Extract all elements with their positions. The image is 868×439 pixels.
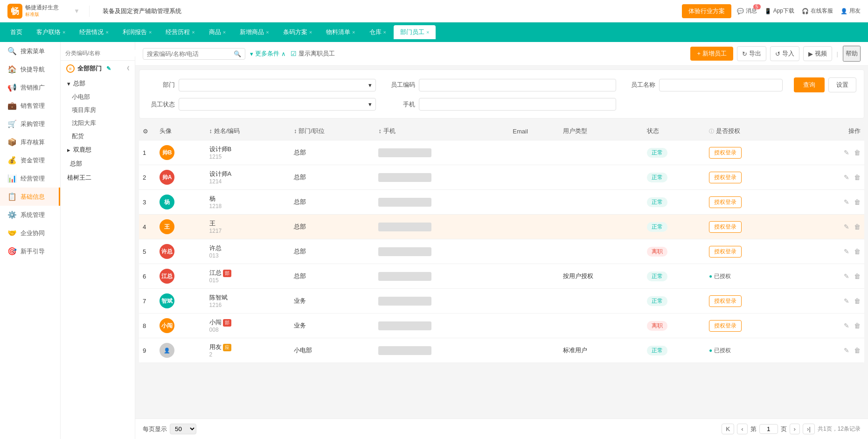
auth-btn-7[interactable]: 授权登录 <box>709 320 742 332</box>
query-button[interactable]: 查询 <box>794 77 825 92</box>
dept-group-zongbu[interactable]: ▾ 总部 <box>61 77 135 91</box>
export-button[interactable]: ↻ 导出 <box>737 46 766 61</box>
auth-btn-6[interactable]: 授权登录 <box>709 295 742 307</box>
edit-btn-0[interactable]: ✎ <box>844 149 849 156</box>
nav-tab-客户联络[interactable]: 客户联络× <box>30 25 72 39</box>
auth-btn-1[interactable]: 授权登录 <box>709 172 742 183</box>
import-button[interactable]: ↺ 导入 <box>770 46 799 61</box>
tab-close-icon[interactable]: × <box>223 29 226 35</box>
tab-close-icon[interactable]: × <box>426 29 429 35</box>
search-input[interactable] <box>147 50 231 57</box>
delete-btn-8[interactable]: 🗑 <box>854 347 861 354</box>
th-settings[interactable]: ⚙ <box>139 122 156 140</box>
th-dept[interactable]: ↕ 部门/职位 <box>290 122 375 140</box>
tab-close-icon[interactable]: × <box>105 29 108 35</box>
auth-btn-4[interactable]: 授权登录 <box>709 246 742 258</box>
next-page-btn[interactable]: › <box>790 424 800 434</box>
sidebar-item-inventory[interactable]: 📦库存核算 <box>0 133 60 151</box>
edit-btn-1[interactable]: ✎ <box>844 174 849 181</box>
dept-title-shuanglu[interactable]: ▸ 双鹿想 <box>61 143 135 157</box>
dept-filter-select[interactable]: ▾ <box>179 79 376 91</box>
edit-btn-3[interactable]: ✎ <box>844 223 849 230</box>
nav-tab-首页[interactable]: 首页 <box>4 25 29 39</box>
dept-child-peihuo[interactable]: 配货 <box>61 130 135 143</box>
th-name[interactable]: ↕ 姓名/编码 <box>206 122 290 140</box>
tab-close-icon[interactable]: × <box>62 29 65 35</box>
user-button[interactable]: 👤 用友 <box>840 7 861 15</box>
sidebar-item-guide[interactable]: 🎯新手引导 <box>0 242 60 260</box>
view-button[interactable]: ▶ 视频 <box>803 46 832 61</box>
more-conditions-btn[interactable]: ▾ 更多条件 ∧ <box>250 49 286 58</box>
th-phone[interactable]: ↕ 手机 <box>375 122 509 140</box>
tab-close-icon[interactable]: × <box>309 29 312 35</box>
online-service-button[interactable]: 🎧 在线客服 <box>802 7 833 15</box>
auth-btn-0[interactable]: 授权登录 <box>709 147 742 159</box>
set-button[interactable]: 设置 <box>828 77 856 92</box>
page-input[interactable] <box>759 424 778 434</box>
edit-btn-5[interactable]: ✎ <box>844 272 849 280</box>
edit-btn-6[interactable]: ✎ <box>844 297 849 305</box>
delete-btn-1[interactable]: 🗑 <box>854 174 861 181</box>
delete-btn-7[interactable]: 🗑 <box>854 322 861 329</box>
sidebar-item-finance[interactable]: 💰资金管理 <box>0 151 60 169</box>
sidebar-item-sales[interactable]: 💼销售管理 <box>0 97 60 115</box>
search-icon[interactable]: 🔍 <box>234 50 241 57</box>
all-depts-header[interactable]: ≡ 全部部门 ✎ 《 <box>61 61 135 77</box>
delete-btn-5[interactable]: 🗑 <box>854 272 861 280</box>
prev-page-btn[interactable]: ‹ <box>737 424 747 434</box>
sidebar-item-enterprise[interactable]: 🤝企业协同 <box>0 224 60 242</box>
sidebar-item-system[interactable]: ⚙️系统管理 <box>0 206 60 224</box>
tab-close-icon[interactable]: × <box>266 29 269 35</box>
nav-tab-部门员工[interactable]: 部门员工× <box>394 25 436 39</box>
sidebar-item-operations[interactable]: 📊经营管理 <box>0 169 60 188</box>
nav-tab-新增商品[interactable]: 新增商品× <box>233 25 275 39</box>
dept-child-xiangmukufang[interactable]: 项目库房 <box>61 104 135 117</box>
tab-close-icon[interactable]: × <box>149 29 152 35</box>
edit-btn-4[interactable]: ✎ <box>844 248 849 255</box>
edit-btn-8[interactable]: ✎ <box>844 347 849 354</box>
message-button[interactable]: 💬 消息 5 <box>737 7 757 15</box>
tab-close-icon[interactable]: × <box>383 29 386 35</box>
sidebar-item-basic[interactable]: 📋基础信息 <box>0 188 60 206</box>
nav-tab-经营情况[interactable]: 经营情况× <box>73 25 115 39</box>
trial-button[interactable]: 体验行业方案 <box>682 4 731 18</box>
edit-btn-2[interactable]: ✎ <box>844 198 849 206</box>
status-filter-select[interactable]: ▾ <box>179 98 376 111</box>
tab-close-icon[interactable]: × <box>352 29 355 35</box>
nav-tab-利润报告[interactable]: 利润报告× <box>116 25 158 39</box>
tab-close-icon[interactable]: × <box>192 29 194 35</box>
dept-search-input[interactable] <box>65 50 135 56</box>
first-page-btn[interactable]: K <box>722 424 734 434</box>
auth-btn-3[interactable]: 授权登录 <box>709 221 742 233</box>
dept-child-xiaodianbun[interactable]: 小电部 <box>61 91 135 104</box>
show-resigned-toggle[interactable]: ☑ 显示离职员工 <box>291 49 335 58</box>
edit-dept-icon[interactable]: ✎ <box>106 65 111 72</box>
last-page-btn[interactable]: ›| <box>803 424 815 434</box>
sidebar-item-marketing[interactable]: 📢营销推广 <box>0 78 60 97</box>
nav-tab-商品[interactable]: 商品× <box>202 25 232 39</box>
dept-child-shenyang[interactable]: 沈阳大库 <box>61 117 135 130</box>
nav-tab-物料清单[interactable]: 物料清单× <box>319 25 361 39</box>
delete-btn-3[interactable]: 🗑 <box>854 223 861 230</box>
delete-btn-0[interactable]: 🗑 <box>854 149 861 156</box>
empcode-input[interactable] <box>419 79 616 91</box>
nav-tab-条码方案[interactable]: 条码方案× <box>277 25 319 39</box>
dept-title-zongbu2[interactable]: 总部 <box>61 157 135 171</box>
auth-btn-2[interactable]: 授权登录 <box>709 196 742 208</box>
empname-input[interactable] <box>659 79 783 91</box>
nav-tab-经营历程[interactable]: 经营历程× <box>159 25 201 39</box>
delete-btn-6[interactable]: 🗑 <box>854 297 861 305</box>
per-page-select[interactable]: 50 20 100 <box>170 424 196 434</box>
help-button[interactable]: 帮助 <box>843 46 861 62</box>
dept-title-zhishu[interactable]: 植树王二 <box>61 171 135 185</box>
add-employee-button[interactable]: + 新增员工 <box>690 47 733 61</box>
collapse-icon[interactable]: 《 <box>125 65 129 72</box>
delete-btn-2[interactable]: 🗑 <box>854 198 861 206</box>
sidebar-item-quicknav[interactable]: 🏠快捷导航 <box>0 60 60 78</box>
phone-input[interactable] <box>419 98 616 111</box>
edit-btn-7[interactable]: ✎ <box>844 322 849 329</box>
delete-btn-4[interactable]: 🗑 <box>854 248 861 255</box>
sidebar-item-search[interactable]: 🔍搜索菜单 <box>0 42 60 60</box>
sidebar-item-purchase[interactable]: 🛒采购管理 <box>0 115 60 133</box>
nav-tab-仓库[interactable]: 仓库× <box>363 25 393 39</box>
